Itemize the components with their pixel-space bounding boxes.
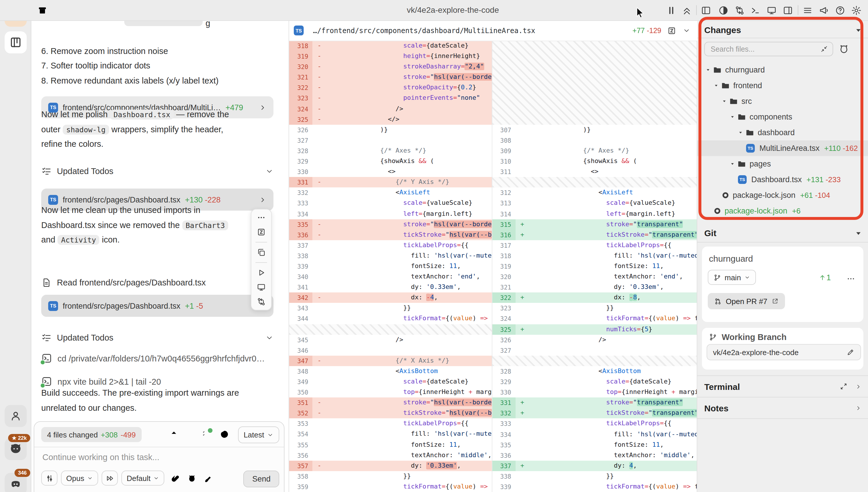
branch-dropdown[interactable]: main — [708, 270, 756, 285]
folder-name: frontend — [733, 81, 762, 90]
tree-file-package-lock.json[interactable]: package-lock.json+6 — [697, 203, 868, 219]
arrow-up-icon[interactable] — [169, 429, 179, 439]
updated-todos-row[interactable]: Updated Todos — [41, 333, 274, 343]
git-compare-icon[interactable] — [257, 297, 266, 306]
code-text — [326, 345, 491, 355]
caret-down-icon[interactable] — [738, 130, 743, 135]
file-search[interactable] — [704, 42, 833, 56]
collapse-icon[interactable] — [682, 5, 692, 16]
line-number: 334 — [492, 429, 515, 440]
zbox-icon[interactable] — [257, 227, 266, 237]
terminal-command-row[interactable]: cd /private/var/folders/10/h7w0q46556ggr… — [41, 353, 274, 364]
code-text — [529, 135, 697, 146]
rail-discord-button[interactable]: 346 — [5, 473, 27, 492]
chat-panel[interactable]: 4 files changed +308 -499 Latest Opus De… — [31, 20, 288, 492]
copy-icon[interactable] — [257, 248, 266, 257]
diff-file-header[interactable]: TS …/frontend/src/components/dashboard/M… — [289, 20, 697, 41]
caret-down-icon[interactable] — [722, 99, 727, 104]
pencil-icon[interactable] — [846, 348, 855, 356]
chevron-down-icon[interactable] — [265, 334, 274, 342]
line-number: 353 — [289, 419, 312, 429]
help-icon[interactable] — [835, 5, 845, 16]
fast-forward-button[interactable] — [101, 470, 118, 486]
tree-folder-src[interactable]: src — [697, 93, 868, 109]
settings-sliders-button[interactable] — [41, 470, 57, 486]
tree-folder-dashboard[interactable]: dashboard — [697, 125, 868, 141]
pen-icon[interactable] — [204, 473, 213, 483]
diff-line: 310 {showAxis && ( — [492, 156, 697, 167]
file-search-input[interactable] — [709, 44, 820, 54]
collapse-tree-icon[interactable] — [820, 45, 828, 53]
collapse-triangle-icon[interactable] — [855, 230, 862, 237]
diff-line: 337+ dy: 4, — [492, 461, 697, 471]
rail-person-button[interactable] — [5, 405, 27, 427]
tree-file-Dashboard.tsx[interactable]: TSDashboard.tsx+131 -233 — [697, 172, 868, 188]
updated-todos-row[interactable]: Updated Todos — [41, 166, 274, 176]
dots-icon[interactable] — [257, 213, 266, 222]
panel-left-icon[interactable] — [701, 5, 711, 16]
fast-forward-icon — [105, 474, 114, 483]
collapse-triangle-icon[interactable] — [855, 27, 862, 34]
files-changed-chip[interactable]: 4 files changed +308 -499 — [41, 427, 142, 442]
caret-down-icon[interactable] — [713, 83, 719, 88]
model-dropdown[interactable]: Opus — [61, 470, 98, 486]
tree-folder-pages[interactable]: pages — [697, 156, 868, 172]
diff-new-pane[interactable]: 307 )}308309 {/* Axes */}310 {showAxis &… — [491, 41, 697, 492]
archive-icon[interactable] — [37, 5, 48, 16]
working-branch-field[interactable]: vk/4e2a-explore-the-code — [707, 344, 861, 360]
message-input[interactable] — [41, 452, 279, 462]
tree-file-package-lock.json[interactable]: package-lock.json+61 -104 — [697, 188, 868, 203]
cat-icon[interactable] — [187, 473, 197, 483]
cat-icon[interactable] — [838, 44, 849, 54]
diff-old-pane[interactable]: 318- scale={dateScale}319- height={inner… — [289, 41, 491, 492]
caret-down-icon[interactable] — [730, 114, 735, 120]
caret-down-icon[interactable] — [730, 161, 735, 167]
open-pr-button[interactable]: Open PR #7 — [708, 293, 785, 309]
mode-dropdown[interactable]: Default — [121, 470, 164, 486]
terminal-command-row[interactable]: npx vite build 2>&1 | tail -20 — [41, 376, 274, 387]
diff-view-icon[interactable] — [667, 26, 676, 35]
paperclip-icon[interactable] — [171, 473, 181, 483]
code-text: stroke="transparent" — [529, 397, 697, 408]
megaphone-icon[interactable] — [819, 5, 829, 16]
line-number: 327 — [289, 135, 312, 146]
git-compare-icon[interactable] — [734, 5, 745, 16]
terminal-section-header[interactable]: Terminal — [697, 376, 868, 397]
rail-github-button[interactable]: ★ 22k — [5, 438, 27, 460]
gear-icon[interactable] — [851, 5, 862, 16]
notes-section-header[interactable]: Notes — [697, 397, 868, 418]
spark-icon[interactable] — [185, 429, 195, 439]
monitor-icon[interactable] — [257, 282, 266, 292]
send-button[interactable]: Send — [243, 470, 279, 487]
diff-marker — [515, 272, 529, 282]
tree-folder-components[interactable]: components — [697, 109, 868, 125]
tree-folder-churnguard[interactable]: churnguard — [697, 62, 868, 78]
chevron-down-icon[interactable] — [265, 167, 274, 175]
code-text: {/* Axes */} — [529, 146, 697, 156]
panel-right-icon[interactable] — [783, 5, 793, 16]
file-name: package-lock.json — [725, 206, 787, 215]
tree-folder-frontend[interactable]: frontend — [697, 78, 868, 93]
latest-dropdown[interactable]: Latest — [238, 426, 279, 443]
commits-ahead[interactable]: 1 — [819, 273, 831, 282]
folder-name: components — [750, 113, 792, 121]
terminal-prompt-icon[interactable] — [750, 5, 760, 16]
diff-marker — [312, 440, 326, 450]
pause-icon[interactable] — [666, 5, 676, 16]
code-text: {/* Axes */} — [326, 146, 491, 156]
menu-icon[interactable] — [802, 5, 813, 16]
expand-icon[interactable] — [840, 382, 848, 391]
tree-file-MultiLineArea.tsx[interactable]: TSMultiLineArea.tsx+110 -162 — [697, 141, 868, 156]
document-icon — [41, 277, 52, 288]
contrast-icon[interactable] — [718, 5, 729, 16]
todo-list-icon[interactable] — [202, 429, 211, 439]
chevron-down-icon[interactable] — [683, 27, 690, 34]
diff-marker — [515, 376, 529, 387]
display-icon[interactable] — [767, 5, 777, 16]
file-diff-chip[interactable]: TSfrontend/src/pages/Dashboard.tsx+1 -5 — [41, 295, 274, 317]
rail-kanban-button[interactable] — [5, 31, 27, 53]
read-file-row[interactable]: Read frontend/src/pages/Dashboard.tsx — [41, 277, 274, 288]
caret-down-icon[interactable] — [705, 67, 711, 73]
play-icon[interactable] — [257, 268, 266, 277]
ellipsis-menu-icon[interactable] — [846, 274, 855, 283]
